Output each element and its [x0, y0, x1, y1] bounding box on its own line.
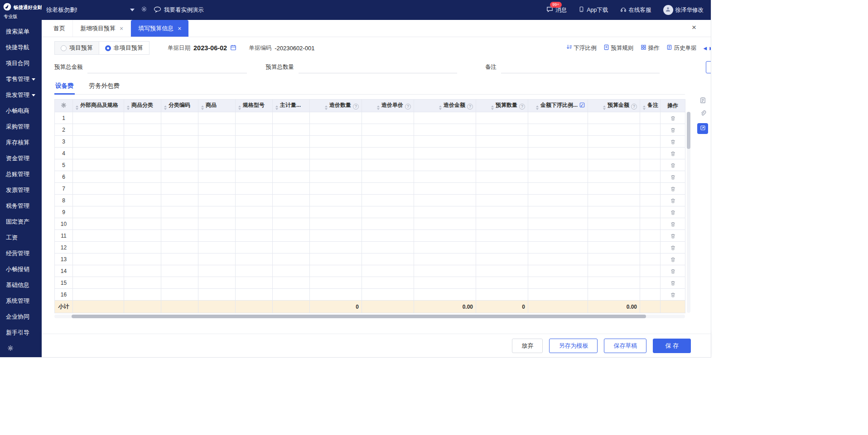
- table-cell[interactable]: [73, 159, 124, 171]
- batch-edit-icon[interactable]: [579, 102, 585, 108]
- table-cell[interactable]: [161, 159, 198, 171]
- sidebar-item-7[interactable]: 库存核算: [0, 134, 42, 150]
- table-cell[interactable]: [161, 265, 198, 277]
- delete-row-icon[interactable]: [670, 257, 676, 263]
- table-cell[interactable]: [640, 148, 661, 159]
- table-cell[interactable]: [310, 183, 362, 195]
- tab-close-icon[interactable]: ×: [178, 25, 181, 32]
- info-icon[interactable]: ?: [467, 104, 473, 110]
- table-cell[interactable]: [124, 171, 161, 183]
- sidebar-item-17[interactable]: 系统管理: [0, 293, 42, 309]
- table-cell[interactable]: [73, 112, 124, 124]
- sidebar-item-4[interactable]: 批发管理: [0, 87, 42, 103]
- table-cell[interactable]: [273, 148, 310, 159]
- online-service-button[interactable]: 在线客服: [620, 6, 651, 14]
- table-cell[interactable]: [73, 265, 124, 277]
- footer-button-1[interactable]: 另存为模板: [549, 339, 598, 353]
- sidebar-item-13[interactable]: 工资: [0, 229, 42, 245]
- table-cell[interactable]: [273, 183, 310, 195]
- table-cell[interactable]: [273, 124, 310, 136]
- sort-icon[interactable]: [491, 105, 494, 110]
- table-cell[interactable]: [476, 195, 528, 206]
- table-cell[interactable]: [236, 136, 273, 148]
- clipboard-icon[interactable]: [699, 97, 706, 105]
- footer-button-3[interactable]: 保 存: [653, 339, 691, 353]
- table-cell[interactable]: [528, 265, 588, 277]
- table-cell[interactable]: [528, 289, 588, 301]
- table-cell[interactable]: [476, 265, 528, 277]
- table-cell[interactable]: [362, 253, 414, 265]
- table-cell[interactable]: [414, 206, 476, 218]
- table-cell[interactable]: [161, 112, 198, 124]
- col-header[interactable]: 金额下浮比例...: [528, 100, 588, 112]
- tab-1[interactable]: 新增项目预算×: [73, 20, 131, 37]
- settings-button[interactable]: 设置: [706, 61, 711, 73]
- budget-type-tab-0[interactable]: 项目预算: [54, 41, 99, 55]
- table-cell[interactable]: [476, 124, 528, 136]
- table-cell[interactable]: [476, 230, 528, 242]
- budget-type-tab-1[interactable]: 非项目预算: [99, 41, 149, 55]
- table-cell[interactable]: [73, 218, 124, 230]
- company-selector[interactable]: 徐老板勿删!: [46, 6, 135, 14]
- table-cell[interactable]: [362, 218, 414, 230]
- tab-2[interactable]: 填写预算信息×: [131, 20, 188, 37]
- sidebar-item-10[interactable]: 发票管理: [0, 182, 42, 198]
- sidebar-item-8[interactable]: 资金管理: [0, 150, 42, 166]
- table-cell[interactable]: [528, 277, 588, 289]
- col-header[interactable]: 商品分类: [124, 100, 161, 112]
- demo-link[interactable]: 我要看实例演示: [154, 6, 204, 14]
- sort-icon[interactable]: [377, 105, 380, 110]
- table-cell[interactable]: [476, 171, 528, 183]
- table-cell[interactable]: [640, 242, 661, 253]
- table-cell[interactable]: [124, 230, 161, 242]
- table-cell[interactable]: [161, 253, 198, 265]
- table-cell[interactable]: [236, 148, 273, 159]
- table-cell[interactable]: [528, 206, 588, 218]
- table-cell[interactable]: [476, 218, 528, 230]
- detail-tab-0[interactable]: 设备费: [54, 79, 75, 94]
- table-cell[interactable]: [362, 206, 414, 218]
- table-cell[interactable]: [273, 218, 310, 230]
- table-cell[interactable]: [73, 171, 124, 183]
- table-cell[interactable]: [124, 253, 161, 265]
- table-cell[interactable]: [640, 136, 661, 148]
- prev-doc-icon[interactable]: ◀: [704, 46, 707, 51]
- sidebar-item-3[interactable]: 零售管理: [0, 71, 42, 87]
- table-cell[interactable]: [124, 242, 161, 253]
- table-cell[interactable]: [236, 183, 273, 195]
- col-header[interactable]: 造价单价?: [362, 100, 414, 112]
- table-cell[interactable]: [198, 265, 236, 277]
- table-cell[interactable]: [640, 265, 661, 277]
- table-cell[interactable]: [73, 148, 124, 159]
- footer-button-0[interactable]: 放弃: [512, 339, 543, 353]
- table-cell[interactable]: [640, 159, 661, 171]
- delete-row-icon[interactable]: [670, 221, 676, 227]
- sidebar-item-11[interactable]: 税务管理: [0, 198, 42, 214]
- col-header[interactable]: 预算数量?: [476, 100, 528, 112]
- table-cell[interactable]: [476, 183, 528, 195]
- table-cell[interactable]: [273, 112, 310, 124]
- table-cell[interactable]: [640, 171, 661, 183]
- table-cell[interactable]: [124, 136, 161, 148]
- table-cell[interactable]: [198, 277, 236, 289]
- table-cell[interactable]: [310, 195, 362, 206]
- table-cell[interactable]: [588, 148, 640, 159]
- table-cell[interactable]: [73, 242, 124, 253]
- table-cell[interactable]: [236, 277, 273, 289]
- sidebar-item-9[interactable]: 总账管理: [0, 166, 42, 182]
- table-cell[interactable]: [236, 242, 273, 253]
- table-cell[interactable]: [124, 124, 161, 136]
- table-cell[interactable]: [236, 265, 273, 277]
- table-cell[interactable]: [310, 112, 362, 124]
- table-cell[interactable]: [362, 230, 414, 242]
- table-cell[interactable]: [273, 171, 310, 183]
- sort-icon[interactable]: [201, 105, 204, 110]
- delete-row-icon[interactable]: [670, 280, 676, 286]
- table-cell[interactable]: [310, 242, 362, 253]
- company-settings-gear-icon[interactable]: [141, 6, 147, 14]
- table-cell[interactable]: [310, 277, 362, 289]
- table-cell[interactable]: [476, 206, 528, 218]
- table-cell[interactable]: [161, 230, 198, 242]
- table-cell[interactable]: [640, 230, 661, 242]
- table-cell[interactable]: [161, 218, 198, 230]
